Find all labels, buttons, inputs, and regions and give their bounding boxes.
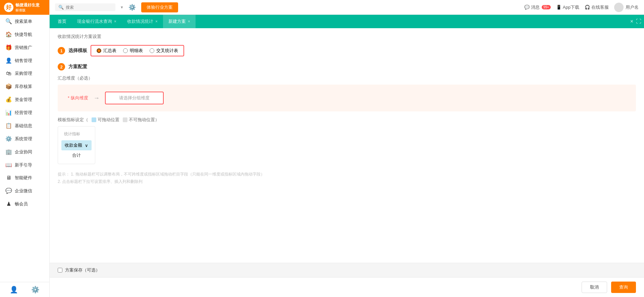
sidebar-item-label: 智能硬件 bbox=[15, 175, 32, 181]
sidebar-item-search[interactable]: 🔍 搜索菜单 bbox=[0, 15, 49, 28]
tab-receipts-close[interactable]: × bbox=[155, 19, 158, 24]
sidebar-item-label: 企业协同 bbox=[15, 149, 32, 155]
sidebar-item-basic[interactable]: 📋 基础信息 bbox=[0, 119, 49, 132]
step1-section: 1 选择模板 汇总表 明细表 bbox=[58, 45, 636, 56]
stats-section: 统计指标 收款金额 ∨ 合计 bbox=[58, 126, 95, 164]
topbar-user[interactable]: 用户名 bbox=[614, 3, 639, 12]
cancel-button[interactable]: 取消 bbox=[582, 282, 607, 293]
member-icon: ♟ bbox=[5, 201, 12, 207]
sidebar-item-corp[interactable]: 🏢 企业协同 bbox=[0, 145, 49, 158]
sidebar-item-inventory[interactable]: 📦 库存核算 bbox=[0, 80, 49, 93]
tab-close-all-icon[interactable]: × bbox=[630, 18, 633, 24]
tab-bank-label: 现金银行流水查询 bbox=[77, 18, 112, 24]
topbar-gear-icon[interactable]: ⚙️ bbox=[128, 4, 136, 11]
tips-section: 提示： 1. 拖动标题栏可以调整布局，不可跨维度或指标区域拖动栏目字段（只能在同… bbox=[58, 171, 636, 185]
radio-cross-label: 交叉统计表 bbox=[156, 48, 178, 54]
tab-bank[interactable]: 现金银行流水查询 × bbox=[72, 15, 122, 28]
logo-icon: 好 bbox=[4, 3, 13, 12]
sidebar-item-business[interactable]: 📊 经营管理 bbox=[0, 106, 49, 119]
step2-section: 2 方案配置 汇总维度（必选） * 纵向维度 → 请选择分组维度 bbox=[58, 63, 636, 185]
topbar-app[interactable]: 📱 App下载 bbox=[556, 4, 579, 10]
tab-home[interactable]: 首页 bbox=[52, 18, 72, 24]
sidebar-item-label: 经营管理 bbox=[15, 110, 32, 116]
topbar: 🔍 ▾ ⚙️ 体验行业方案 💬 消息 99+ 📱 App下载 🎧 在线客服 用户… bbox=[50, 0, 644, 15]
trial-button[interactable]: 体验行业方案 bbox=[141, 2, 178, 12]
topbar-right: 💬 消息 99+ 📱 App下载 🎧 在线客服 用户名 bbox=[524, 3, 639, 12]
sidebar-item-label: 营销推广 bbox=[15, 45, 32, 51]
sidebar-item-label: 畅会员 bbox=[15, 201, 28, 207]
sidebar-logo: 好 畅捷通好生意 标准版 bbox=[0, 0, 49, 15]
home-icon: 🏠 bbox=[5, 31, 12, 38]
sidebar-item-label: 采购管理 bbox=[15, 70, 32, 77]
sidebar-item-member[interactable]: ♟ 畅会员 bbox=[0, 197, 49, 210]
message-icon: 💬 bbox=[524, 5, 530, 10]
headset-icon: 🎧 bbox=[585, 5, 590, 10]
tab-receipts[interactable]: 收款情况统计 × bbox=[122, 15, 163, 28]
metrics-non-draggable-indicator: 不可拖动位置） bbox=[123, 117, 159, 123]
logo-text-block: 畅捷通好生意 标准版 bbox=[15, 2, 40, 13]
sidebar-item-label: 搜索菜单 bbox=[15, 18, 32, 24]
bag-icon: 🛍 bbox=[5, 70, 12, 77]
dimension-area: * 纵向维度 → 请选择分组维度 bbox=[58, 85, 636, 111]
non-draggable-color-swatch bbox=[123, 117, 127, 122]
settings-bottom-icon: ⚙️ bbox=[31, 286, 40, 294]
radio-detail[interactable]: 明细表 bbox=[123, 48, 143, 54]
step1-title: 选择模板 bbox=[68, 48, 87, 54]
sidebar-item-label: 库存核算 bbox=[15, 84, 32, 90]
footer-bar: 取消 查询 bbox=[50, 277, 644, 297]
search-icon: 🔍 bbox=[5, 18, 12, 24]
save-checkbox[interactable] bbox=[58, 268, 62, 273]
sidebar-item-wechat[interactable]: 💬 企业微信 bbox=[0, 184, 49, 197]
stats-card-arrow-icon: ∨ bbox=[85, 143, 88, 148]
sidebar-item-purchase[interactable]: 🛍 采购管理 bbox=[0, 67, 49, 80]
box-icon: 📦 bbox=[5, 83, 12, 90]
non-draggable-label: 不可拖动位置） bbox=[129, 117, 159, 123]
building-icon: 🏢 bbox=[5, 149, 12, 155]
app-icon: 📱 bbox=[556, 5, 561, 10]
topbar-search-box[interactable]: 🔍 bbox=[55, 3, 115, 11]
dimension-label: 汇总维度（必选） bbox=[58, 75, 636, 81]
tab-new[interactable]: 新建方案 × bbox=[163, 15, 196, 28]
topbar-search-icon: 🔍 bbox=[58, 5, 64, 10]
radio-cross[interactable]: 交叉统计表 bbox=[150, 48, 178, 54]
tab-bank-close[interactable]: × bbox=[114, 19, 116, 24]
metrics-label-prefix: 模板指标设定（ bbox=[58, 117, 88, 123]
topbar-service[interactable]: 🎧 在线客服 bbox=[585, 4, 609, 10]
tip-line2: 2. 点击标题栏下拉可设置排序、插入列和删除列 bbox=[58, 178, 636, 186]
dimension-arrow: → bbox=[94, 95, 100, 102]
template-radio-group: 汇总表 明细表 交叉统计表 bbox=[97, 48, 178, 54]
dimension-select[interactable]: 请选择分组维度 bbox=[105, 92, 164, 104]
sidebar-item-marketing[interactable]: 🎁 营销推广 bbox=[0, 41, 49, 54]
step2-title: 方案配置 bbox=[68, 64, 87, 70]
sidebar-item-guide[interactable]: 📖 新手引导 bbox=[0, 158, 49, 171]
radio-cross-input[interactable] bbox=[150, 48, 154, 53]
search-input[interactable] bbox=[66, 5, 106, 10]
page-title: 收款情况统计方案设置 bbox=[58, 34, 636, 40]
topbar-message[interactable]: 💬 消息 99+ bbox=[524, 4, 551, 10]
sidebar-item-quicknav[interactable]: 🏠 快捷导航 bbox=[0, 28, 49, 41]
metrics-header: 模板指标设定（ 可拖动位置 不可拖动位置） bbox=[58, 117, 636, 123]
radio-detail-input[interactable] bbox=[123, 48, 128, 53]
user-name: 用户名 bbox=[626, 4, 639, 10]
sidebar-item-system[interactable]: ⚙️ 系统管理 bbox=[0, 132, 49, 145]
main-area: 🔍 ▾ ⚙️ 体验行业方案 💬 消息 99+ 📱 App下载 🎧 在线客服 用户… bbox=[50, 0, 644, 297]
radio-summary-input[interactable] bbox=[97, 48, 101, 53]
page-content: 收款情况统计方案设置 1 选择模板 汇总表 bbox=[50, 28, 644, 263]
logo-text: 畅捷通好生意 bbox=[15, 2, 40, 8]
radio-summary-label: 汇总表 bbox=[103, 48, 116, 54]
sidebar-bottom-settings[interactable]: ⚙️ bbox=[31, 286, 40, 294]
sidebar-item-finance[interactable]: 💰 资金管理 bbox=[0, 93, 49, 106]
dimension-row: * 纵向维度 → 请选择分组维度 bbox=[68, 92, 164, 104]
radio-summary[interactable]: 汇总表 bbox=[97, 48, 116, 54]
query-button[interactable]: 查询 bbox=[611, 282, 636, 293]
tab-maximize-icon[interactable]: ⛶ bbox=[636, 18, 641, 24]
sidebar-bottom-user[interactable]: 👤 bbox=[10, 286, 18, 294]
tab-new-close[interactable]: × bbox=[188, 19, 190, 24]
sidebar-item-hardware[interactable]: 🖥 智能硬件 bbox=[0, 171, 49, 184]
tabs-bar: 首页 现金银行流水查询 × 收款情况统计 × 新建方案 × × ⛶ bbox=[50, 15, 644, 28]
chart-icon: 📊 bbox=[5, 109, 12, 116]
draggable-label: 可拖动位置 bbox=[98, 117, 119, 123]
stats-card-amount[interactable]: 收款金额 ∨ bbox=[61, 140, 92, 150]
sidebar-item-sales[interactable]: 👤 销售管理 bbox=[0, 54, 49, 67]
topbar-chevron-icon[interactable]: ▾ bbox=[121, 5, 123, 10]
